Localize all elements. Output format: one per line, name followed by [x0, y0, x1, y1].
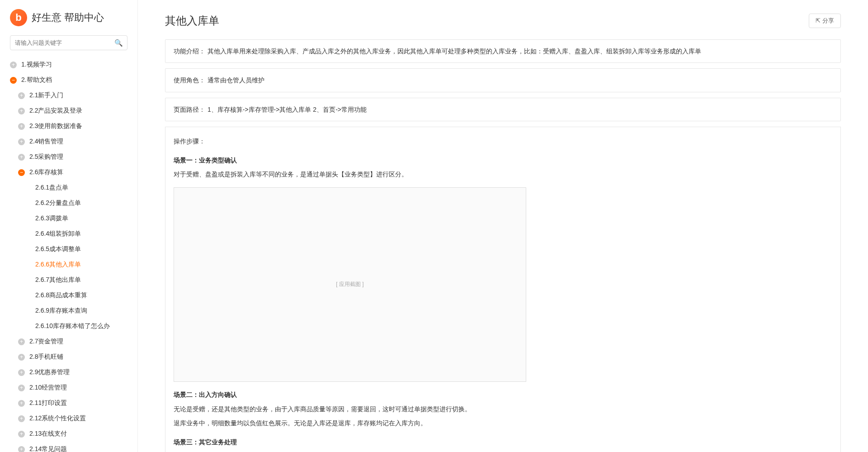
nav-item-2[interactable]: +2.1新手入门: [0, 88, 137, 103]
plus-icon: +: [18, 154, 25, 161]
nav-label: 2.6.8商品成本重算: [35, 291, 87, 300]
screenshot-1: [174, 187, 526, 382]
nav-item-9[interactable]: 2.6.2分量盘点单: [0, 195, 137, 211]
plus-icon: +: [18, 415, 25, 422]
nav-item-4[interactable]: +2.3使用前数据准备: [0, 119, 137, 134]
nav-item-21[interactable]: +2.10经营管理: [0, 380, 137, 395]
minus-icon: −: [18, 169, 25, 176]
nav-label: 2.6.1盘点单: [35, 184, 68, 192]
logo-text: 好生意 帮助中心: [32, 11, 104, 24]
nav-item-22[interactable]: +2.11打印设置: [0, 395, 137, 411]
plus-icon: +: [18, 123, 25, 130]
plus-icon: +: [18, 400, 25, 407]
plus-icon: +: [10, 62, 17, 68]
plus-icon: +: [18, 369, 25, 376]
intro-box: 功能介绍：其他入库单用来处理除采购入库、产成品入库之外的其他入库业务，因此其他入…: [165, 39, 841, 63]
sidebar: b 好生意 帮助中心 🔍 +1.视频学习−2.帮助文档+2.1新手入门+2.2产…: [0, 0, 138, 452]
nav-item-13[interactable]: 2.6.6其他入库单: [0, 257, 137, 272]
nav-label: 2.13在线支付: [29, 430, 67, 438]
role-label: 使用角色：: [174, 76, 205, 84]
nav-label: 2.6.3调拨单: [35, 214, 68, 223]
plus-icon: +: [18, 108, 25, 114]
nav-item-0[interactable]: +1.视频学习: [0, 57, 137, 72]
scene3-title: 场景三：其它业务处理: [174, 436, 832, 448]
role-text: 通常由仓管人员维护: [208, 76, 264, 84]
steps-label: 操作步骤：: [174, 135, 832, 147]
nav-item-3[interactable]: +2.2产品安装及登录: [0, 103, 137, 119]
nav-item-12[interactable]: 2.6.5成本调整单: [0, 242, 137, 257]
nav-label: 2.3使用前数据准备: [29, 122, 82, 130]
nav-label: 2.11打印设置: [29, 399, 67, 407]
nav-item-24[interactable]: +2.13在线支付: [0, 426, 137, 442]
nav-label: 1.视频学习: [21, 61, 52, 69]
plus-icon: +: [18, 92, 25, 99]
scene3-text: 1、赠品入库的商品直接转为销售。通过工具栏【复制/复制为销货单】功能，将单据信息…: [174, 450, 832, 452]
role-box: 使用角色：通常由仓管人员维护: [165, 68, 841, 92]
nav-label: 2.12系统个性化设置: [29, 414, 86, 423]
nav-item-5[interactable]: +2.4销售管理: [0, 134, 137, 149]
nav-label: 2.6.5成本调整单: [35, 245, 81, 253]
nav-item-20[interactable]: +2.9优惠券管理: [0, 365, 137, 380]
scene1-title: 场景一：业务类型确认: [174, 154, 832, 167]
logo-icon: b: [10, 9, 27, 26]
main-content: 其他入库单 ⇱ 分享 功能介绍：其他入库单用来处理除采购入库、产成品入库之外的其…: [138, 0, 868, 452]
steps-block: 操作步骤： 场景一：业务类型确认 对于受赠、盘盈或是拆装入库等不同的业务，是通过…: [165, 127, 841, 452]
nav-item-15[interactable]: 2.6.8商品成本重算: [0, 288, 137, 303]
nav-item-1[interactable]: −2.帮助文档: [0, 72, 137, 88]
minus-icon: −: [10, 77, 17, 84]
nav-label: 2.5采购管理: [29, 153, 63, 161]
nav-item-8[interactable]: 2.6.1盘点单: [0, 180, 137, 195]
search-icon[interactable]: 🔍: [114, 39, 123, 47]
nav-label: 2.7资金管理: [29, 338, 63, 346]
nav-label: 2.6.4组装拆卸单: [35, 230, 81, 238]
plus-icon: +: [18, 338, 25, 345]
nav-item-10[interactable]: 2.6.3调拨单: [0, 211, 137, 226]
path-label: 页面路径：: [174, 106, 205, 113]
path-box: 页面路径：1、库存核算->库存管理->其他入库单 2、首页->常用功能: [165, 98, 841, 121]
scene2-text1: 无论是受赠，还是其他类型的业务，由于入库商品质量等原因，需要退回，这时可通过单据…: [174, 403, 832, 415]
search-box: 🔍: [10, 35, 127, 50]
nav-item-7[interactable]: −2.6库存核算: [0, 165, 137, 180]
nav-label: 2.6.10库存账本错了怎么办: [35, 322, 110, 330]
logo-area: b 好生意 帮助中心: [0, 9, 137, 35]
page-header: 其他入库单 ⇱ 分享: [165, 14, 841, 28]
nav-label: 2.6.2分量盘点单: [35, 199, 81, 207]
nav-item-14[interactable]: 2.6.7其他出库单: [0, 272, 137, 288]
nav-label: 2.9优惠券管理: [29, 368, 70, 376]
plus-icon: +: [18, 446, 25, 452]
scene2-text2: 退库业务中，明细数量均以负值红色展示。无论是入库还是退库，库存账均记在入库方向。: [174, 417, 832, 429]
nav-item-18[interactable]: +2.7资金管理: [0, 334, 137, 349]
page-title: 其他入库单: [165, 14, 219, 28]
plus-icon: +: [18, 385, 25, 391]
nav-label: 2.2产品安装及登录: [29, 107, 82, 115]
path-text: 1、库存核算->库存管理->其他入库单 2、首页->常用功能: [208, 106, 367, 113]
plus-icon: +: [18, 431, 25, 438]
nav-label: 2.1新手入门: [29, 91, 63, 100]
nav-label: 2.10经营管理: [29, 384, 67, 392]
intro-label: 功能介绍：: [174, 48, 205, 55]
nav-item-17[interactable]: 2.6.10库存账本错了怎么办: [0, 319, 137, 334]
share-label: 分享: [822, 17, 834, 24]
nav-list: +1.视频学习−2.帮助文档+2.1新手入门+2.2产品安装及登录+2.3使用前…: [0, 57, 137, 452]
nav-label: 2.4销售管理: [29, 138, 63, 146]
nav-label: 2.6.7其他出库单: [35, 276, 81, 284]
nav-item-19[interactable]: +2.8手机旺铺: [0, 349, 137, 365]
nav-label: 2.帮助文档: [21, 76, 52, 84]
scene2-title: 场景二：出入方向确认: [174, 389, 832, 401]
nav-label: 2.6.6其他入库单: [35, 261, 81, 269]
intro-text: 其他入库单用来处理除采购入库、产成品入库之外的其他入库业务，因此其他入库单可处理…: [208, 48, 701, 55]
scene1-text: 对于受赠、盘盈或是拆装入库等不同的业务，是通过单据头【业务类型】进行区分。: [174, 168, 832, 181]
nav-label: 2.14常见问题: [29, 445, 67, 452]
nav-item-25[interactable]: +2.14常见问题: [0, 442, 137, 452]
nav-label: 2.6库存核算: [29, 168, 63, 176]
nav-item-6[interactable]: +2.5采购管理: [0, 149, 137, 165]
nav-label: 2.6.9库存账本查询: [35, 307, 87, 315]
plus-icon: +: [18, 138, 25, 145]
nav-item-11[interactable]: 2.6.4组装拆卸单: [0, 226, 137, 242]
nav-item-23[interactable]: +2.12系统个性化设置: [0, 411, 137, 426]
search-input[interactable]: [10, 35, 127, 50]
share-button[interactable]: ⇱ 分享: [809, 14, 841, 28]
share-icon: ⇱: [816, 17, 821, 24]
nav-label: 2.8手机旺铺: [29, 353, 63, 361]
nav-item-16[interactable]: 2.6.9库存账本查询: [0, 303, 137, 319]
